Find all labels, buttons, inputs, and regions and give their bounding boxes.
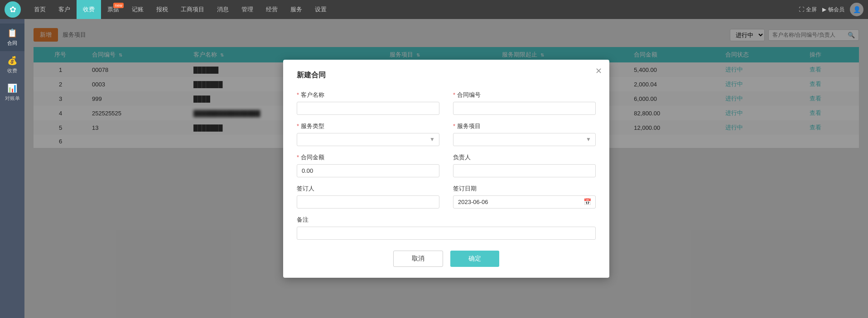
sidebar-item-billing[interactable]: 💰 收费 bbox=[0, 51, 24, 79]
nav-item-home[interactable]: 首页 bbox=[28, 0, 52, 19]
service-item-label: 服务项目 bbox=[453, 122, 596, 130]
nav-menu: 首页 客户 收费 票据 new 记账 报税 工商项目 消息 管理 经营 服务 设… bbox=[28, 0, 799, 19]
main-layout: 📋 合同 💰 收费 📊 对账单 新增 服务项目 进行中 已完成 已取消 bbox=[0, 19, 868, 318]
sign-date-input[interactable] bbox=[453, 195, 596, 209]
confirm-button[interactable]: 确定 bbox=[450, 251, 499, 267]
sidebar-item-reconcile[interactable]: 📊 对账单 bbox=[0, 79, 24, 106]
modal-footer: 取消 确定 bbox=[297, 251, 596, 267]
responsible-label: 负责人 bbox=[453, 153, 596, 161]
fullscreen-icon: ⛶ bbox=[799, 6, 804, 13]
customer-name-label: 客户名称 bbox=[297, 91, 439, 99]
top-navigation: ✿ 首页 客户 收费 票据 new 记账 报税 工商项目 消息 管理 经营 服务… bbox=[0, 0, 868, 19]
form-group-sign-date: 签订日期 📅 bbox=[453, 185, 596, 209]
nav-item-operation[interactable]: 经营 bbox=[260, 0, 284, 19]
form-group-responsible: 负责人 bbox=[453, 153, 596, 177]
content-area: 新增 服务项目 进行中 已完成 已取消 🔍 序号 合同编号 ⇅ bbox=[24, 19, 868, 318]
play-icon: ▶ bbox=[822, 6, 826, 13]
modal-overlay: ✕ 新建合同 客户名称 合同编号 服务类型 bbox=[24, 19, 868, 318]
responsible-input[interactable] bbox=[453, 164, 596, 177]
customer-name-input[interactable] bbox=[297, 102, 439, 115]
service-type-label: 服务类型 bbox=[297, 122, 439, 130]
nav-item-service[interactable]: 服务 bbox=[284, 0, 309, 19]
app-logo: ✿ bbox=[5, 1, 21, 18]
calendar-icon[interactable]: 📅 bbox=[583, 198, 591, 205]
member-button[interactable]: ▶ 畅会员 bbox=[822, 6, 844, 14]
service-item-select[interactable] bbox=[453, 133, 596, 146]
nav-item-message[interactable]: 消息 bbox=[211, 0, 235, 19]
form-group-remark: 备注 bbox=[297, 216, 596, 240]
form-group-signer: 签订人 bbox=[297, 185, 439, 209]
contract-no-input[interactable] bbox=[453, 102, 596, 115]
nav-item-tax[interactable]: 报税 bbox=[150, 0, 174, 19]
sidebar-item-contract[interactable]: 📋 合同 bbox=[0, 24, 24, 51]
modal-title: 新建合同 bbox=[297, 71, 596, 80]
nav-item-settings[interactable]: 设置 bbox=[309, 0, 333, 19]
signer-label: 签订人 bbox=[297, 185, 439, 193]
signer-input[interactable] bbox=[297, 195, 439, 209]
service-type-select[interactable] bbox=[297, 133, 439, 146]
remark-input[interactable] bbox=[297, 227, 596, 240]
nav-item-invoice[interactable]: 票据 new bbox=[101, 0, 125, 19]
nav-right-area: ⛶ 全屏 ▶ 畅会员 👤 bbox=[799, 3, 863, 16]
fullscreen-button[interactable]: ⛶ 全屏 bbox=[799, 6, 817, 14]
reconcile-icon: 📊 bbox=[7, 83, 17, 93]
nav-item-customer[interactable]: 客户 bbox=[52, 0, 77, 19]
remark-label: 备注 bbox=[297, 216, 596, 224]
sign-date-wrap: 📅 bbox=[453, 195, 596, 209]
cancel-button[interactable]: 取消 bbox=[393, 251, 443, 267]
nav-item-billing[interactable]: 收费 bbox=[77, 0, 101, 19]
service-item-select-wrap: ▼ bbox=[453, 133, 596, 146]
form-group-contract-no: 合同编号 bbox=[453, 91, 596, 115]
nav-item-bookkeeping[interactable]: 记账 bbox=[125, 0, 150, 19]
form-group-service-type: 服务类型 ▼ bbox=[297, 122, 439, 146]
nav-item-business[interactable]: 工商项目 bbox=[174, 0, 211, 19]
contract-amount-label: 合同金额 bbox=[297, 153, 439, 161]
modal-close-button[interactable]: ✕ bbox=[595, 66, 602, 76]
user-avatar[interactable]: 👤 bbox=[850, 3, 863, 16]
billing-icon: 💰 bbox=[7, 56, 17, 66]
new-contract-modal: ✕ 新建合同 客户名称 合同编号 服务类型 bbox=[283, 60, 609, 278]
form-group-customer: 客户名称 bbox=[297, 91, 439, 115]
service-type-select-wrap: ▼ bbox=[297, 133, 439, 146]
sign-date-label: 签订日期 bbox=[453, 185, 596, 193]
contract-icon: 📋 bbox=[7, 28, 17, 38]
contract-no-label: 合同编号 bbox=[453, 91, 596, 99]
form-group-amount: 合同金额 bbox=[297, 153, 439, 177]
new-badge: new bbox=[113, 3, 124, 8]
sidebar: 📋 合同 💰 收费 📊 对账单 bbox=[0, 19, 24, 318]
nav-item-manage[interactable]: 管理 bbox=[235, 0, 260, 19]
form-group-service-item: 服务项目 ▼ bbox=[453, 122, 596, 146]
form-grid: 客户名称 合同编号 服务类型 ▼ bbox=[297, 91, 596, 209]
contract-amount-input[interactable] bbox=[297, 164, 439, 177]
